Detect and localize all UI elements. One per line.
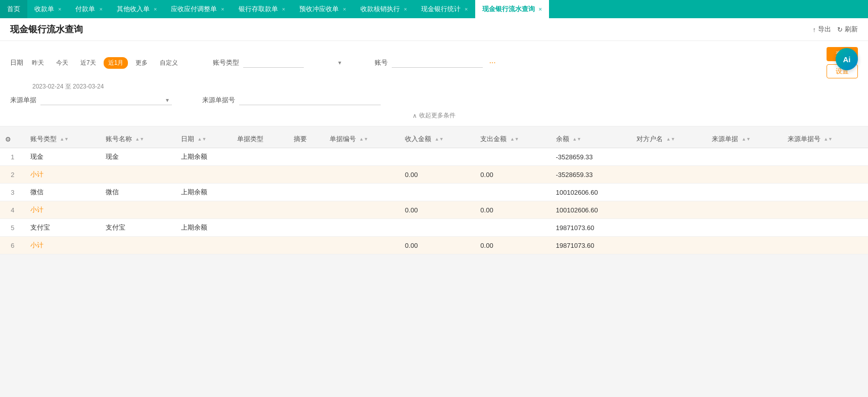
cell-expense — [475, 148, 551, 166]
settings-icon: ⚙ — [5, 136, 11, 143]
account-dots-button[interactable]: ··· — [487, 58, 497, 67]
date-btn-custom[interactable]: 自定义 — [155, 57, 182, 69]
cell-account-name — [101, 201, 176, 219]
cell-account-type: 小计 — [25, 201, 101, 219]
cell-balance: -3528659.33 — [551, 166, 632, 184]
sort-icon-income[interactable]: ▲▼ — [435, 137, 444, 142]
cell-doc-type — [232, 166, 288, 184]
collapse-bar[interactable]: ∧ 收起更多条件 — [10, 109, 858, 122]
account-label: 账号 — [375, 58, 388, 67]
nav-tab-shoukuan[interactable]: 收款单 × — [27, 0, 68, 18]
table-row[interactable]: 5支付宝支付宝上期余额19871073.60 — [0, 219, 868, 237]
ai-badge[interactable]: Ai — [836, 48, 858, 70]
export-button[interactable]: ↑ 导出 — [813, 25, 832, 34]
cell-balance: 19871073.60 — [551, 237, 632, 254]
close-icon-bank[interactable]: × — [282, 0, 285, 18]
sort-icon-doc-no[interactable]: ▲▼ — [359, 137, 369, 142]
source-doc-select-wrapper — [40, 95, 172, 105]
table-row[interactable]: 3微信微信上期余额100102606.60 — [0, 184, 868, 201]
nav-tab-fukuan[interactable]: 付款单 × — [68, 0, 109, 18]
date-btn-1month[interactable]: 近1月 — [104, 57, 128, 69]
row-number: 3 — [0, 184, 25, 201]
filter-row-2: 来源单据 来源单据号 — [10, 95, 858, 105]
nav-tab-prepay[interactable]: 预收冲应收单 × — [292, 0, 353, 18]
sort-icon-counterpart[interactable]: ▲▼ — [666, 137, 675, 142]
source-doc-group: 来源单据 — [10, 95, 172, 105]
account-group: 账号 ··· — [375, 58, 497, 68]
cell-account-type: 小计 — [25, 237, 101, 254]
account-input[interactable] — [392, 58, 483, 68]
cell-account-name — [101, 237, 176, 254]
date-range-display: 2023-02-24 至 2023-03-24 — [29, 82, 858, 91]
date-btn-today[interactable]: 今天 — [52, 57, 73, 69]
cell-summary — [289, 219, 325, 237]
close-icon-other-income[interactable]: × — [154, 0, 157, 18]
source-doc-select[interactable] — [40, 95, 172, 105]
cell-doc-type — [232, 219, 288, 237]
nav-tab-other-income[interactable]: 其他收入单 × — [110, 0, 164, 18]
date-btn-yesterday[interactable]: 昨天 — [27, 57, 49, 69]
date-btn-7days[interactable]: 近7天 — [76, 57, 101, 69]
cell-source-doc — [707, 148, 782, 166]
cell-income — [400, 148, 475, 166]
cell-source-doc — [707, 219, 782, 237]
cell-expense — [475, 184, 551, 201]
close-icon-shoukuan[interactable]: × — [58, 0, 61, 18]
sort-icon-account-name[interactable]: ▲▼ — [135, 137, 144, 142]
cell-counterpart — [631, 184, 707, 201]
table-row[interactable]: 4小计0.000.00100102606.60 — [0, 201, 868, 219]
cell-source-doc-no — [783, 148, 868, 166]
col-settings[interactable]: ⚙ — [0, 130, 25, 148]
close-icon-adjust[interactable]: × — [221, 0, 224, 18]
cell-source-doc-no — [783, 166, 868, 184]
table-row[interactable]: 2小计0.000.00-3528659.33 — [0, 166, 868, 184]
row-number: 5 — [0, 219, 25, 237]
sort-icon-source-doc[interactable]: ▲▼ — [742, 137, 751, 142]
filter-area: 日期 昨天 今天 近7天 近1月 更多 自定义 账号类型 现金 微信 支付宝 — [0, 41, 868, 126]
nav-home[interactable]: 首页 — [0, 0, 27, 18]
sort-icon-expense[interactable]: ▲▼ — [510, 137, 519, 142]
sort-icon-date[interactable]: ▲▼ — [198, 137, 207, 142]
sort-icon-source-doc-no[interactable]: ▲▼ — [824, 137, 833, 142]
table-row[interactable]: 6小计0.000.0019871073.60 — [0, 237, 868, 254]
export-icon: ↑ — [813, 26, 816, 33]
date-label: 日期 — [10, 58, 23, 67]
date-range-text: 2023-02-24 至 2023-03-24 — [32, 83, 104, 90]
col-doc-type: 单据类型 — [232, 130, 288, 148]
cell-source-doc — [707, 237, 782, 254]
refresh-button[interactable]: ↻ 刷新 — [837, 25, 858, 34]
cell-source-doc-no — [783, 219, 868, 237]
close-icon-cashflow[interactable]: × — [539, 0, 542, 18]
cell-source-doc-no — [783, 184, 868, 201]
col-summary: 摘要 — [289, 130, 325, 148]
close-icon-verify[interactable]: × — [404, 0, 407, 18]
cell-date — [176, 237, 232, 254]
collapse-label: 收起更多条件 — [419, 111, 455, 120]
source-doc-no-group: 来源单据号 — [202, 95, 381, 105]
cell-source-doc — [707, 184, 782, 201]
cell-counterpart — [631, 219, 707, 237]
nav-tab-cashflow[interactable]: 现金银行流水查询 × — [475, 0, 549, 18]
cell-date: 上期余额 — [176, 184, 232, 201]
date-btn-more[interactable]: 更多 — [131, 57, 152, 69]
nav-tab-adjust[interactable]: 应收应付调整单 × — [164, 0, 231, 18]
cell-summary — [289, 201, 325, 219]
close-icon-fukuan[interactable]: × — [99, 0, 102, 18]
table-row[interactable]: 1现金现金上期余额-3528659.33 — [0, 148, 868, 166]
refresh-icon: ↻ — [837, 26, 843, 33]
account-type-select-wrapper: 现金 微信 支付宝 — [243, 58, 344, 68]
nav-tab-verify[interactable]: 收款核销执行 × — [353, 0, 414, 18]
cell-account-type: 现金 — [25, 148, 101, 166]
account-type-select[interactable]: 现金 微信 支付宝 — [243, 58, 304, 68]
cell-summary — [289, 184, 325, 201]
filter-row-1: 日期 昨天 今天 近7天 近1月 更多 自定义 账号类型 现金 微信 支付宝 — [10, 47, 858, 78]
account-type-group: 账号类型 现金 微信 支付宝 — [213, 58, 344, 68]
source-doc-no-input[interactable] — [239, 95, 381, 105]
sort-icon-balance[interactable]: ▲▼ — [572, 137, 581, 142]
nav-tab-stats[interactable]: 现金银行统计 × — [414, 0, 475, 18]
col-source-doc-no: 来源单据号 ▲▼ — [783, 130, 868, 148]
sort-icon-account-type[interactable]: ▲▼ — [60, 137, 69, 142]
close-icon-prepay[interactable]: × — [343, 0, 346, 18]
nav-tab-bank[interactable]: 银行存取款单 × — [232, 0, 292, 18]
close-icon-stats[interactable]: × — [465, 0, 468, 18]
